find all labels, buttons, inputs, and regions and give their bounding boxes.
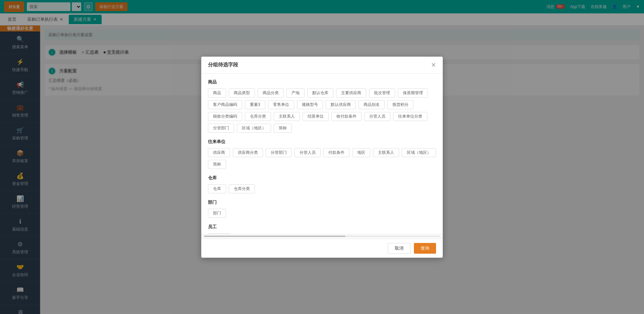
field-tag-spec-model[interactable]: 规格型号 bbox=[297, 100, 323, 109]
field-group-transaction: 往来单位 供应商 供应商分类 分管部门 分管人员 付款条件 地区 主联系人 区域… bbox=[208, 139, 436, 169]
field-group-department-title: 部门 bbox=[208, 199, 436, 205]
field-group-product-title: 商品 bbox=[208, 79, 436, 85]
field-tag-dept[interactable]: 分管部门 bbox=[208, 124, 234, 133]
field-tag-default-warehouse[interactable]: 默认仓库 bbox=[307, 88, 333, 98]
field-tag-product-category[interactable]: 商品分类 bbox=[258, 88, 284, 98]
field-tag-main-contact2[interactable]: 主联系人 bbox=[373, 148, 399, 157]
field-tag-mgmt-dept[interactable]: 分管部门 bbox=[266, 148, 292, 157]
field-group-employee-title: 员工 bbox=[208, 224, 436, 230]
field-tag-main-supplier[interactable]: 主要供应商 bbox=[336, 88, 366, 98]
field-tag-customer-product-code[interactable]: 客户商品编码 bbox=[208, 100, 242, 109]
modal-overlay: 分组待选字段 ✕ 商品 商品 商品类型 商品分类 产地 默认仓库 主要供应商 批… bbox=[0, 0, 644, 314]
confirm-button[interactable]: 查询 bbox=[414, 243, 436, 254]
field-tag-product-type[interactable]: 商品类型 bbox=[229, 88, 255, 98]
field-tag-main-contact[interactable]: 主联系人 bbox=[274, 112, 300, 121]
transaction-fields: 供应商 供应商分类 分管部门 分管人员 付款条件 地区 主联系人 区域（地区） … bbox=[208, 148, 436, 169]
field-select-modal: 分组待选字段 ✕ 商品 商品 商品类型 商品分类 产地 默认仓库 主要供应商 批… bbox=[201, 57, 443, 258]
modal-header: 分组待选字段 ✕ bbox=[201, 57, 443, 74]
field-tag-warehouse[interactable]: 仓库 bbox=[208, 184, 226, 193]
cancel-button[interactable]: 取消 bbox=[388, 243, 411, 254]
field-tag-product[interactable]: 商品 bbox=[208, 88, 226, 98]
field-tag-department[interactable]: 部门 bbox=[208, 209, 226, 218]
field-tag-retail-unit[interactable]: 零售单位 bbox=[268, 100, 294, 109]
field-group-product: 商品 商品 商品类型 商品分类 产地 默认仓库 主要供应商 批次管理 保质期管理… bbox=[208, 79, 436, 133]
field-tag-pay-condition[interactable]: 付款条件 bbox=[323, 148, 350, 157]
field-tag-pick-points[interactable]: 拣货积分 bbox=[387, 100, 414, 109]
field-tag-tax-code[interactable]: 税收分类编码 bbox=[208, 112, 242, 121]
field-group-warehouse-title: 仓库 bbox=[208, 175, 436, 181]
product-fields: 商品 商品类型 商品分类 产地 默认仓库 主要供应商 批次管理 保质期管理 客户… bbox=[208, 88, 436, 133]
field-tag-batch-mgmt[interactable]: 批次管理 bbox=[369, 88, 395, 98]
field-tag-region[interactable]: 区域（地区） bbox=[237, 124, 271, 133]
modal-horizontal-scrollbar[interactable] bbox=[201, 234, 443, 239]
field-tag-weight3[interactable]: 重量3 bbox=[245, 100, 265, 109]
field-tag-abbr2[interactable]: 简称 bbox=[208, 160, 226, 169]
field-tag-transaction-category[interactable]: 往来单位分类 bbox=[393, 112, 427, 121]
field-tag-area[interactable]: 地区 bbox=[352, 148, 370, 157]
field-tag-product-alias[interactable]: 商品别名 bbox=[359, 100, 385, 109]
modal-close-button[interactable]: ✕ bbox=[431, 61, 436, 69]
field-tag-supervisor[interactable]: 分管人员 bbox=[364, 112, 390, 121]
field-tag-supplier-category[interactable]: 供应商分类 bbox=[233, 148, 263, 157]
field-tag-warehouse-category[interactable]: 仓库分类 bbox=[245, 112, 271, 121]
field-tag-payment-terms[interactable]: 收付款条件 bbox=[331, 112, 362, 121]
field-tag-settlement-unit[interactable]: 结算单位 bbox=[303, 112, 329, 121]
field-tag-expiry-mgmt[interactable]: 保质期管理 bbox=[398, 88, 428, 98]
field-tag-region2[interactable]: 区域（地区） bbox=[402, 148, 436, 157]
modal-footer: 取消 查询 bbox=[201, 239, 443, 258]
field-tag-warehouse-class[interactable]: 仓库分类 bbox=[229, 184, 255, 193]
warehouse-fields: 仓库 仓库分类 bbox=[208, 184, 436, 193]
field-tag-abbr[interactable]: 简称 bbox=[274, 124, 292, 133]
field-group-employee: 员工 业务员 bbox=[208, 224, 436, 234]
modal-title: 分组待选字段 bbox=[208, 62, 238, 68]
field-tag-supplier[interactable]: 供应商 bbox=[208, 148, 230, 157]
field-tag-default-supplier[interactable]: 默认供应商 bbox=[326, 100, 356, 109]
department-fields: 部门 bbox=[208, 209, 436, 218]
field-group-transaction-title: 往来单位 bbox=[208, 139, 436, 145]
field-tag-origin[interactable]: 产地 bbox=[286, 88, 305, 98]
field-group-department: 部门 部门 bbox=[208, 199, 436, 218]
field-group-warehouse: 仓库 仓库 仓库分类 bbox=[208, 175, 436, 193]
field-tag-mgmt-person[interactable]: 分管人员 bbox=[294, 148, 321, 157]
modal-body: 商品 商品 商品类型 商品分类 产地 默认仓库 主要供应商 批次管理 保质期管理… bbox=[201, 74, 443, 234]
